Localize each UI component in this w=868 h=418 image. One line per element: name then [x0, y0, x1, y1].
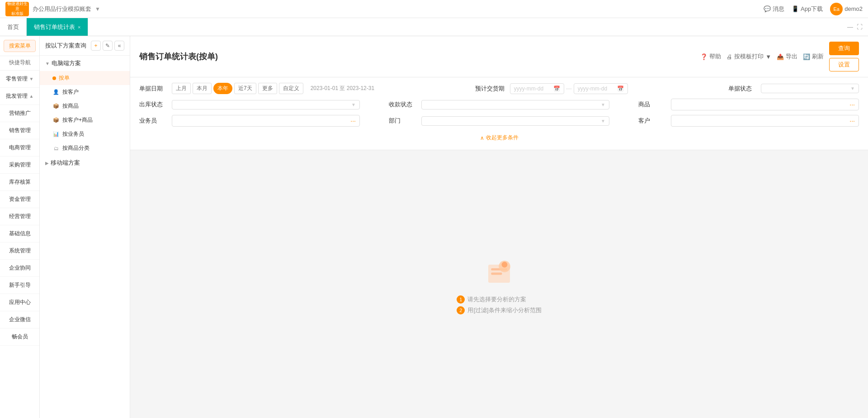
date-btn-this-year[interactable]: 本年	[213, 83, 232, 94]
export-button[interactable]: 📤 导出	[777, 52, 797, 61]
print-dropdown-icon: ▼	[765, 53, 771, 60]
date-btn-more[interactable]: 更多	[258, 83, 277, 94]
sidebar-item-app-center[interactable]: 应用中心	[0, 294, 39, 311]
sidebar-item-marketing[interactable]: 营销推广	[0, 105, 39, 122]
empty-hints: 1 请先选择要分析的方案 2 用[过滤]条件来缩小分析范围	[457, 295, 541, 314]
date-btn-custom[interactable]: 自定义	[279, 83, 303, 94]
order-status-dropdown-icon: ▼	[850, 86, 855, 91]
scheme-item-by-category[interactable]: 🗂 按商品分类	[40, 141, 130, 155]
scheme-item-by-order[interactable]: 按单	[40, 71, 130, 85]
message-button[interactable]: 💬 消息	[764, 5, 784, 13]
sidebar-item-basic-info[interactable]: 基础信息	[0, 225, 39, 242]
sidebar-item-member[interactable]: 畅会员	[0, 328, 39, 346]
page-title: 销售订单统计表(按单)	[139, 51, 218, 62]
expected-date-start[interactable]: yyyy-mm-dd 📅	[510, 83, 564, 94]
salesperson-more-icon[interactable]: ···	[350, 117, 356, 124]
app-download-button[interactable]: 📱 App下载	[792, 5, 823, 13]
minimize-icon[interactable]: —	[847, 24, 853, 30]
sidebar-item-wechat[interactable]: 企业微信	[0, 311, 39, 328]
tab-controls: — ⛶	[842, 18, 868, 36]
maximize-icon[interactable]: ⛶	[857, 24, 863, 30]
avatar: Ea	[830, 3, 843, 15]
scheme-item-by-customer-goods[interactable]: 📦 按客户+商品	[40, 113, 130, 127]
add-scheme-button[interactable]: +	[91, 41, 101, 51]
page-header: 销售订单统计表(按单) ❓ 帮助 🖨 按模板打印 ▼ 📤 导出	[130, 36, 868, 77]
sidebar-item-enterprise[interactable]: 企业协同	[0, 260, 39, 277]
mobile-scheme-group-header[interactable]: ▶ 移动端方案	[40, 155, 130, 171]
order-status-label: 单据状态	[728, 85, 755, 93]
sidebar-item-newbie[interactable]: 新手引导	[0, 277, 39, 294]
date-btn-this-month[interactable]: 本月	[193, 83, 212, 94]
customer-more-icon[interactable]: ···	[849, 117, 855, 124]
scheme-item-by-goods[interactable]: 📦 按商品	[40, 99, 130, 113]
topbar-left: 畅捷通好生意 标准版 办公用品行业模拟账套 ▼	[5, 2, 100, 16]
date-dash: —	[566, 85, 572, 92]
tab-sales-order-stats[interactable]: 销售订单统计表 ×	[27, 18, 88, 36]
tab-close-icon[interactable]: ×	[78, 24, 80, 30]
scheme-item-by-customer[interactable]: 👤 按客户	[40, 85, 130, 99]
help-button[interactable]: ❓ 帮助	[700, 52, 721, 61]
refresh-icon: 🔄	[803, 53, 810, 60]
left-panel-title: 按以下方案查询	[45, 42, 88, 50]
sidebar-item-operations[interactable]: 经营管理	[0, 208, 39, 225]
date-btn-last-7days[interactable]: 近7天	[234, 83, 256, 94]
payment-status-select[interactable]: ▼	[421, 100, 609, 109]
customer-select[interactable]: ···	[671, 115, 859, 127]
left-panel-icons: + ✎ «	[91, 41, 124, 51]
date-range-display: 2023-01-01 至 2023-12-31	[311, 85, 374, 92]
sidebar-item-system[interactable]: 系统管理	[0, 242, 39, 260]
payment-status-dropdown-icon: ▼	[601, 102, 605, 107]
expected-date-end[interactable]: yyyy-mm-dd 📅	[574, 83, 628, 94]
salesperson-select[interactable]: ···	[172, 115, 360, 127]
edit-scheme-button[interactable]: ✎	[103, 41, 113, 51]
sidebar-item-ecommerce[interactable]: 电商管理	[0, 139, 39, 157]
sidebar-item-wholesale[interactable]: 批发管理 ▲	[0, 88, 39, 105]
sidebar-item-sales[interactable]: 销售管理	[0, 122, 39, 139]
action-buttons: 查询 设置	[829, 42, 859, 71]
left-panel-header: 按以下方案查询 + ✎ «	[40, 36, 130, 56]
date-label: 单据日期	[139, 85, 166, 93]
user-profile[interactable]: Ea demo2	[830, 3, 863, 15]
collapse-icon: ∧	[480, 135, 484, 141]
calendar-start-icon: 📅	[553, 86, 560, 92]
quicknav-button[interactable]: 快捷导航	[0, 56, 39, 71]
goods-select[interactable]: ···	[671, 99, 859, 110]
expected-date-label: 预计交货期	[475, 85, 505, 93]
expected-date-group: yyyy-mm-dd 📅 — yyyy-mm-dd 📅	[510, 83, 628, 94]
customer-scheme-icon: 👤	[52, 89, 60, 96]
pc-group-arrow-icon: ▼	[45, 61, 50, 66]
main-layout: 搜索菜单 快捷导航 零售管理 ▼ 批发管理 ▲ 营销推广 销售管理 电商管理 采…	[0, 36, 868, 418]
order-status-select[interactable]: ▼	[761, 84, 859, 93]
mobile-group-arrow-icon: ▶	[45, 161, 49, 166]
filter-row-people: 业务员 ··· 部门 ▼ 客户 ···	[139, 115, 859, 127]
sidebar-item-finance[interactable]: 资金管理	[0, 191, 39, 208]
query-button[interactable]: 查询	[829, 42, 859, 55]
retail-arrow-icon: ▼	[29, 76, 34, 81]
search-menu-button[interactable]: 搜索菜单	[4, 40, 36, 52]
dept-label: 部门	[389, 117, 416, 125]
sidebar-item-purchase[interactable]: 采购管理	[0, 157, 39, 174]
sidebar-item-retail[interactable]: 零售管理 ▼	[0, 71, 39, 88]
collapse-panel-button[interactable]: «	[114, 41, 124, 51]
goods-more-icon[interactable]: ···	[849, 101, 855, 108]
topbar-dropdown[interactable]: ▼	[95, 6, 100, 12]
category-scheme-icon: 🗂	[52, 145, 60, 152]
dept-select[interactable]: ▼	[421, 116, 609, 126]
scheme-item-by-salesperson[interactable]: 📊 按业务员	[40, 127, 130, 141]
settings-button[interactable]: 设置	[829, 58, 859, 71]
goods-scheme-icon: 📦	[52, 103, 60, 110]
refresh-button[interactable]: 🔄 刷新	[803, 52, 824, 61]
filter-row-status: 出库状态 ▼ 收款状态 ▼ 商品 ···	[139, 99, 859, 110]
sidebar-item-inventory[interactable]: 库存核算	[0, 174, 39, 191]
out-status-select[interactable]: ▼	[172, 100, 360, 109]
print-button[interactable]: 🖨 按模板打印 ▼	[726, 52, 771, 61]
collapse-filter-button[interactable]: ∧ 收起更多条件	[480, 131, 519, 144]
date-btn-last-month[interactable]: 上月	[172, 83, 191, 94]
pc-scheme-group-header[interactable]: ▼ 电脑端方案	[40, 56, 130, 71]
help-icon: ❓	[700, 53, 708, 60]
topbar-right: 💬 消息 📱 App下载 Ea demo2	[764, 3, 863, 15]
out-status-dropdown-icon: ▼	[351, 102, 356, 107]
sidebar: 搜索菜单 快捷导航 零售管理 ▼ 批发管理 ▲ 营销推广 销售管理 电商管理 采…	[0, 36, 40, 418]
calendar-end-icon: 📅	[617, 86, 624, 92]
tab-home[interactable]: 首页	[0, 18, 27, 36]
